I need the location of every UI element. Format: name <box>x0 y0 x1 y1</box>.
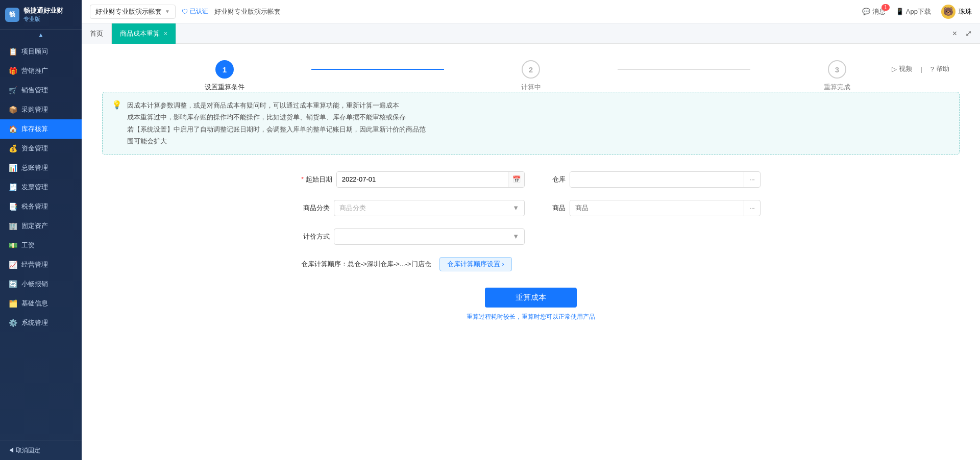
main-content: 好业财专业版演示帐套 ▼ 🛡 已认证 好业财专业版演示帐套 💬 消息 1 📱 A… <box>82 0 980 460</box>
topbar: 好业财专业版演示帐套 ▼ 🛡 已认证 好业财专业版演示帐套 💬 消息 1 📱 A… <box>82 0 980 23</box>
verified-badge: 🛡 已认证 <box>182 7 208 16</box>
help-link[interactable]: ? 帮助 <box>930 64 949 73</box>
warehouse-input-wrapper: ··· <box>570 171 761 188</box>
topbar-actions: 💬 消息 1 📱 App下载 🐻 珠珠 <box>862 5 972 19</box>
sidebar-nav: 📋 项目顾问 🎁 营销推广 🛒 销售管理 📦 采购管理 🏠 库存核算 💰 资金管… <box>0 40 82 441</box>
account-selector[interactable]: 好业财专业版演示帐套 ▼ <box>90 5 176 19</box>
sidebar-item-tax[interactable]: 📑 税务管理 <box>0 197 82 216</box>
logo-icon: 畅 <box>5 8 19 22</box>
start-date-input-wrapper: 📅 <box>336 171 525 188</box>
operation-icon: 📈 <box>8 261 17 269</box>
expense-icon: 🔄 <box>8 280 17 288</box>
app-download-button[interactable]: 📱 App下载 <box>896 7 931 16</box>
step-3-circle: 3 <box>828 60 846 79</box>
warehouse-order-btn[interactable]: 仓库计算顺序设置 › <box>439 257 512 271</box>
phone-icon: 📱 <box>896 8 904 15</box>
message-badge: 1 <box>881 4 890 11</box>
tab-controls: × ⤢ <box>950 27 980 40</box>
system-icon: ⚙️ <box>8 319 17 327</box>
step-2-circle: 2 <box>522 60 540 79</box>
sidebar-item-operation[interactable]: 📈 经营管理 <box>0 255 82 274</box>
invoice-icon: 🧾 <box>8 183 17 191</box>
price-method-select[interactable]: ▼ <box>334 228 525 245</box>
base-icon: 🗂️ <box>8 299 17 308</box>
goods-group: 商品 ··· <box>537 200 761 216</box>
submit-area: 重算成本 重算过程耗时较长，重算时您可以正常使用产品 <box>301 288 761 321</box>
category-arrow: ▼ <box>512 204 519 212</box>
account-selector-arrow: ▼ <box>165 9 170 14</box>
sidebar-item-marketing[interactable]: 🎁 营销推广 <box>0 61 82 81</box>
stepper-wrapper: 1 设置重算条件 2 计算中 3 <box>102 60 960 92</box>
form-section: 起始日期 📅 仓库 ··· 商品分类 <box>301 171 761 321</box>
start-date-input[interactable] <box>337 172 508 187</box>
warehouse-order-arrow-icon: › <box>502 260 504 268</box>
project-icon: 📋 <box>8 47 17 56</box>
stepper: 1 设置重算条件 2 计算中 3 <box>102 60 960 92</box>
finance-icon: 💰 <box>8 144 17 152</box>
step-3-label: 重算完成 <box>824 83 850 92</box>
avatar: 🐻 <box>941 5 955 19</box>
category-group: 商品分类 商品分类 ▼ <box>301 200 525 216</box>
account-name: 好业财专业版演示帐套 <box>214 7 281 16</box>
sidebar-unpin-button[interactable]: ◀ 取消固定 <box>0 441 82 460</box>
goods-input-wrapper: ··· <box>570 200 761 216</box>
sidebar-item-expense[interactable]: 🔄 小畅报销 <box>0 274 82 294</box>
message-button[interactable]: 💬 消息 1 <box>862 7 886 16</box>
sidebar-item-project[interactable]: 📋 项目顾问 <box>0 42 82 61</box>
price-method-group: 计价方式 ▼ <box>301 228 525 245</box>
recalculate-button[interactable]: 重算成本 <box>485 288 577 308</box>
step-1: 1 设置重算条件 <box>138 60 311 92</box>
warehouse-order-row: 仓库计算顺序：总仓->深圳仓库->...->门店仓 仓库计算顺序设置 › <box>301 257 761 271</box>
video-link[interactable]: ▷ 视频 <box>892 64 912 73</box>
info-box: 💡 因成本计算参数调整，或是对商品成本有疑问时，可以通过成本重算功能，重新计算一… <box>102 92 960 155</box>
sidebar-item-finance[interactable]: 💰 资金管理 <box>0 139 82 158</box>
goods-label: 商品 <box>537 203 566 213</box>
tab-home[interactable]: 首页 <box>82 23 112 44</box>
warehouse-dots-icon[interactable]: ··· <box>744 171 760 188</box>
step-1-circle: 1 <box>215 60 234 79</box>
logo-text: 畅捷通好业财 专业版 <box>23 6 63 23</box>
form-row-1: 起始日期 📅 仓库 ··· <box>301 171 761 188</box>
user-menu[interactable]: 🐻 珠珠 <box>941 5 972 19</box>
tab-expand-window[interactable]: ⤢ <box>963 27 974 40</box>
sidebar: 畅 畅捷通好业财 专业版 ▲ 📋 项目顾问 🎁 营销推广 🛒 销售管理 📦 采购… <box>0 0 82 460</box>
sidebar-item-assets[interactable]: 🏢 固定资产 <box>0 216 82 236</box>
scroll-up-indicator: ▲ <box>0 30 82 40</box>
warehouse-group: 仓库 ··· <box>537 171 761 188</box>
tab-close-icon[interactable]: × <box>164 30 167 37</box>
sidebar-item-invoice[interactable]: 🧾 发票管理 <box>0 177 82 197</box>
step-1-label: 设置重算条件 <box>205 83 244 92</box>
tab-close-window[interactable]: × <box>950 27 959 40</box>
price-method-label: 计价方式 <box>301 232 330 241</box>
message-icon: 💬 <box>862 8 870 15</box>
category-select[interactable]: 商品分类 ▼ <box>334 200 525 216</box>
form-row-2: 商品分类 商品分类 ▼ 商品 ··· <box>301 200 761 216</box>
stepper-helper: ▷ 视频 | ? 帮助 <box>892 64 949 73</box>
goods-input[interactable] <box>570 200 744 216</box>
start-date-group: 起始日期 📅 <box>301 171 525 188</box>
step-connector-2 <box>618 69 750 70</box>
sales-icon: 🛒 <box>8 86 17 94</box>
category-label: 商品分类 <box>301 203 330 213</box>
warehouse-order-label: 仓库计算顺序：总仓->深圳仓库->...->门店仓 <box>301 260 431 269</box>
sidebar-item-inventory[interactable]: 🏠 库存核算 <box>0 119 82 139</box>
play-icon: ▷ <box>892 65 897 73</box>
sidebar-item-base[interactable]: 🗂️ 基础信息 <box>0 294 82 313</box>
warehouse-label: 仓库 <box>537 175 566 184</box>
tax-icon: 📑 <box>8 202 17 211</box>
tab-cost-recalc[interactable]: 商品成本重算 × <box>112 23 176 44</box>
assets-icon: 🏢 <box>8 222 17 230</box>
warehouse-input[interactable] <box>570 172 744 187</box>
info-text: 因成本计算参数调整，或是对商品成本有疑问时，可以通过成本重算功能，重新计算一遍成… <box>127 99 426 147</box>
goods-dots-icon[interactable]: ··· <box>744 200 760 216</box>
sidebar-item-system[interactable]: ⚙️ 系统管理 <box>0 313 82 333</box>
price-method-arrow: ▼ <box>512 233 519 240</box>
sidebar-item-purchase[interactable]: 📦 采购管理 <box>0 100 82 119</box>
sidebar-item-accounting[interactable]: 📊 总账管理 <box>0 158 82 177</box>
submit-hint: 重算过程耗时较长，重算时您可以正常使用产品 <box>301 313 761 321</box>
bulb-icon: 💡 <box>112 100 122 147</box>
calendar-icon[interactable]: 📅 <box>508 171 524 188</box>
sidebar-item-sales[interactable]: 🛒 销售管理 <box>0 81 82 100</box>
sidebar-item-salary[interactable]: 💵 工资 <box>0 236 82 255</box>
salary-icon: 💵 <box>8 241 17 249</box>
